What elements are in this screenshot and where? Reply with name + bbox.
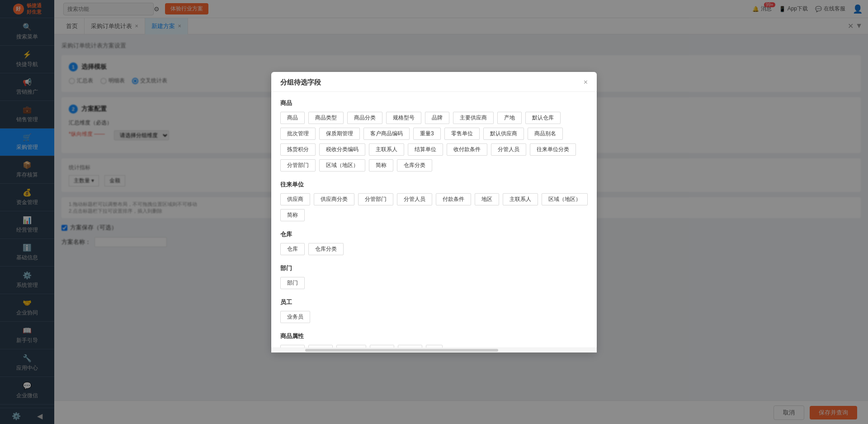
field-tags: 业务员 <box>280 311 588 323</box>
modal-title: 分组待选字段 <box>280 78 321 87</box>
field-tag-仓库分类[interactable]: 仓库分类 <box>308 243 344 255</box>
field-tag-部门[interactable]: 部门 <box>280 277 305 289</box>
field-group-商品属性: 商品属性属性颜色多规格尺码鞋码1 <box>280 332 588 348</box>
field-group-仓库: 仓库仓库仓库分类 <box>280 230 588 255</box>
field-tag-默认仓库[interactable]: 默认仓库 <box>525 112 561 124</box>
field-tag-供应商分类[interactable]: 供应商分类 <box>314 193 354 205</box>
field-group-title: 员工 <box>280 298 588 306</box>
field-tag-付款条件[interactable]: 付款条件 <box>436 193 471 205</box>
field-tag-产地[interactable]: 产地 <box>497 112 522 124</box>
field-tag-批次管理[interactable]: 批次管理 <box>280 128 316 140</box>
field-tag-分管人员[interactable]: 分管人员 <box>397 193 432 205</box>
field-tags: 部门 <box>280 277 588 289</box>
modal-overlay: 分组待选字段 × 商品商品商品类型商品分类规格型号品牌主要供应商产地默认仓库批次… <box>0 0 868 424</box>
field-tag-收付款条件[interactable]: 收付款条件 <box>447 143 487 156</box>
field-tag-分管人员[interactable]: 分管人员 <box>491 143 526 156</box>
field-tags: 供应商供应商分类分管部门分管人员付款条件地区主联系人区域（地区）简称 <box>280 193 588 221</box>
field-tag-重量3[interactable]: 重量3 <box>413 128 441 140</box>
field-tag-零售单位[interactable]: 零售单位 <box>444 128 480 140</box>
modal-body: 商品商品商品类型商品分类规格型号品牌主要供应商产地默认仓库批次管理保质期管理客户… <box>271 92 597 348</box>
field-tags: 商品商品类型商品分类规格型号品牌主要供应商产地默认仓库批次管理保质期管理客户商品… <box>280 112 588 172</box>
field-tag-拣货积分[interactable]: 拣货积分 <box>280 143 316 156</box>
field-tag-商品类型[interactable]: 商品类型 <box>308 112 344 124</box>
modal-close-btn[interactable]: × <box>584 78 588 86</box>
field-group-title: 商品 <box>280 99 588 107</box>
modal-hscroll-bar <box>305 349 498 352</box>
modal-hscroll[interactable] <box>271 348 597 353</box>
field-tag-主联系人[interactable]: 主联系人 <box>503 193 538 205</box>
field-tag-客户商品编码[interactable]: 客户商品编码 <box>363 128 410 140</box>
field-group-title: 仓库 <box>280 230 588 238</box>
field-tag-商品分类[interactable]: 商品分类 <box>347 112 382 124</box>
field-tag-简称[interactable]: 简称 <box>280 209 305 221</box>
field-group-部门: 部门部门 <box>280 264 588 289</box>
field-tag-仓库[interactable]: 仓库 <box>280 243 305 255</box>
field-tag-往来单位分类[interactable]: 往来单位分类 <box>530 143 576 156</box>
field-tag-地区[interactable]: 地区 <box>475 193 499 205</box>
modal-header: 分组待选字段 × <box>271 72 597 92</box>
field-tag-分管部门[interactable]: 分管部门 <box>358 193 393 205</box>
field-group-title: 往来单位 <box>280 181 588 189</box>
field-tag-供应商[interactable]: 供应商 <box>280 193 310 205</box>
field-select-modal: 分组待选字段 × 商品商品商品类型商品分类规格型号品牌主要供应商产地默认仓库批次… <box>271 72 597 353</box>
field-tag-商品别名[interactable]: 商品别名 <box>528 128 563 140</box>
field-group-商品: 商品商品商品类型商品分类规格型号品牌主要供应商产地默认仓库批次管理保质期管理客户… <box>280 99 588 172</box>
field-tag-业务员[interactable]: 业务员 <box>280 311 310 323</box>
field-group-title: 商品属性 <box>280 332 588 340</box>
field-group-往来单位: 往来单位供应商供应商分类分管部门分管人员付款条件地区主联系人区域（地区）简称 <box>280 181 588 221</box>
field-tag-简称[interactable]: 简称 <box>369 159 393 172</box>
field-tag-品牌[interactable]: 品牌 <box>425 112 449 124</box>
field-group-title: 部门 <box>280 264 588 272</box>
field-tag-商品[interactable]: 商品 <box>280 112 305 124</box>
field-tag-默认供应商[interactable]: 默认供应商 <box>483 128 524 140</box>
field-tag-仓库分类[interactable]: 仓库分类 <box>397 159 432 172</box>
field-tag-区域（地区）[interactable]: 区域（地区） <box>319 159 365 172</box>
field-tag-主要供应商[interactable]: 主要供应商 <box>453 112 494 124</box>
field-tag-结算单位[interactable]: 结算单位 <box>408 143 443 156</box>
field-tags: 仓库仓库分类 <box>280 243 588 255</box>
field-tag-分管部门[interactable]: 分管部门 <box>280 159 316 172</box>
field-tag-规格型号[interactable]: 规格型号 <box>386 112 421 124</box>
field-tag-区域（地区）[interactable]: 区域（地区） <box>542 193 588 205</box>
field-tag-主联系人[interactable]: 主联系人 <box>369 143 404 156</box>
field-tag-税收分类编码[interactable]: 税收分类编码 <box>319 143 365 156</box>
field-group-员工: 员工业务员 <box>280 298 588 323</box>
field-tag-保质期管理[interactable]: 保质期管理 <box>319 128 360 140</box>
